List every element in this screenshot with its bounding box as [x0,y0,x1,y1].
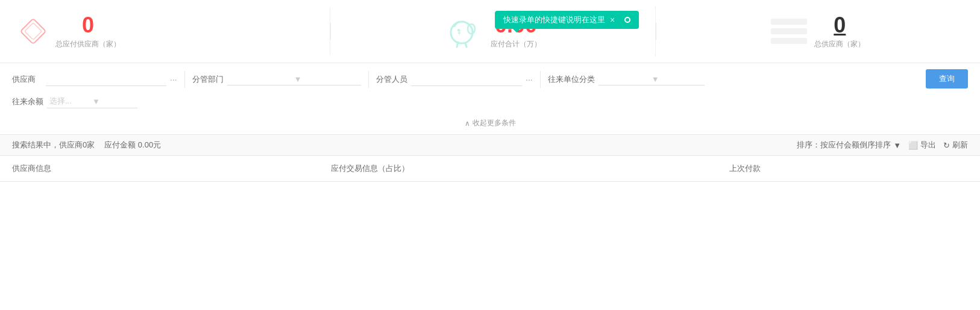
export-icon: ⬜ [908,141,918,150]
col-supplier-header: 供应商信息 [12,163,331,174]
collapse-label: 收起更多条件 [473,118,516,128]
filter-balance: 往来余额 选择... ▼ [12,95,137,108]
collapse-bar: ∧ 收起更多条件 [12,114,968,134]
unit-label: 往来单位分类 [548,74,595,85]
refresh-icon: ↻ [943,141,950,150]
balance-placeholder: 选择... [49,96,92,107]
stat-total-suppliers: 0 总供应商（家） [656,7,980,56]
department-chevron-icon: ▼ [294,75,359,84]
filter-bar: 供应商 ··· 分管部门 ▼ 分管人员 ··· 往来单位分类 ▼ [0,63,980,135]
department-label: 分管部门 [192,74,224,85]
sort-chevron-icon: ▼ [893,141,901,150]
unit-chevron-icon: ▼ [652,75,702,84]
filter-department: 分管部门 ▼ [192,73,361,85]
person-dots-button[interactable]: ··· [526,75,533,84]
total-suppliers-number: 0 [834,13,846,37]
svg-line-6 [465,43,466,47]
table-header: 供应商信息 应付交易信息（占比） 上次付款 [0,156,980,182]
filter-row-2: 往来余额 选择... ▼ [12,95,968,108]
svg-text:¥: ¥ [457,29,461,36]
col-transaction-header: 应付交易信息（占比） [331,163,729,174]
svg-line-5 [457,42,458,47]
diamond-icon [18,16,48,46]
total-suppliers-label: 总供应商（家） [814,39,865,49]
tooltip-close-button[interactable]: × [610,15,615,25]
unit-select[interactable]: ▼ [598,73,705,85]
balance-select[interactable]: 选择... ▼ [47,95,137,108]
person-input[interactable] [411,73,522,86]
payable-suppliers-label: 总应付供应商（家） [55,39,121,49]
stat-payable-total: ¥ 0.00 应付合计（万） 快速录单的快捷键说明在这里 × [331,6,655,57]
sort-label: 排序：按应付会额倒序排序 [797,140,891,150]
supplier-input[interactable] [46,73,166,86]
filter-supplier: 供应商 ··· [12,73,177,86]
shortcut-tooltip: 快速录单的快捷键说明在这里 × [495,11,639,29]
balance-chevron-icon: ▼ [92,97,135,106]
collapse-button[interactable]: ∧ 收起更多条件 [465,118,516,128]
filter-unit: 往来单位分类 ▼ [548,73,705,85]
table-body [0,182,980,310]
col-payment-header: 上次付款 [729,163,969,174]
person-label: 分管人员 [376,74,407,85]
result-actions: 排序：按应付会额倒序排序 ▼ ⬜ 导出 ↻ 刷新 [797,140,968,150]
refresh-label: 刷新 [952,140,968,150]
stats-bar: 0 总应付供应商（家） ¥ 0.00 应付合计（万） 快速录单的快捷键说明在这里… [0,0,980,63]
supplier-label: 供应商 [12,74,42,85]
tooltip-text: 快速录单的快捷键说明在这里 [503,14,605,25]
balance-label: 往来余额 [12,96,43,107]
payable-suppliers-number: 0 [82,13,94,37]
export-button[interactable]: ⬜ 导出 [908,140,936,150]
stat-payable-suppliers: 0 总应付供应商（家） [0,7,330,56]
piggybank-icon: ¥ [445,12,483,51]
tooltip-dot [624,17,630,23]
filter-row-1: 供应商 ··· 分管部门 ▼ 分管人员 ··· 往来单位分类 ▼ [12,70,968,88]
filter-person: 分管人员 ··· [376,73,533,86]
result-bar: 搜索结果中，供应商0家 应付金额 0.00元 排序：按应付会额倒序排序 ▼ ⬜ … [0,135,980,156]
query-button[interactable]: 查询 [926,69,968,88]
svg-rect-0 [20,19,46,44]
collapse-arrow-icon: ∧ [465,119,470,128]
export-label: 导出 [920,140,936,150]
refresh-button[interactable]: ↻ 刷新 [943,140,968,150]
result-summary: 搜索结果中，供应商0家 应付金额 0.00元 [12,140,161,150]
department-select[interactable]: ▼ [227,73,361,85]
supplier-dots-button[interactable]: ··· [170,75,177,84]
result-supplier-count: 搜索结果中，供应商0家 [12,140,95,150]
result-amount: 应付金额 0.00元 [104,140,161,150]
sort-button[interactable]: 排序：按应付会额倒序排序 ▼ [797,140,901,150]
payable-total-label: 应付合计（万） [491,39,541,49]
